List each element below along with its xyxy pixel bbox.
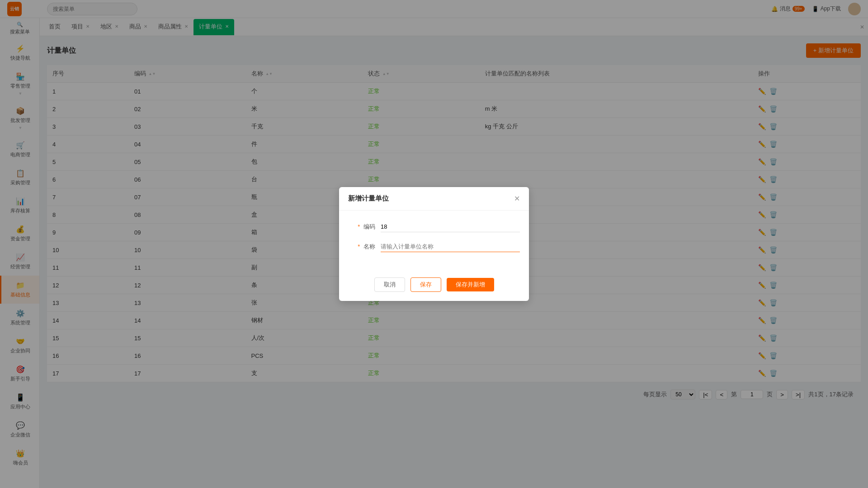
- cancel-button[interactable]: 取消: [374, 277, 405, 292]
- name-required-mark: *: [358, 243, 360, 250]
- modal-footer: 取消 保存 保存并新增: [339, 272, 529, 301]
- code-form-row: * 编码: [348, 221, 520, 232]
- modal-overlay[interactable]: 新增计量单位 ✕ * 编码 * 名称 取消 保存 保存并新增: [0, 0, 868, 488]
- name-label-container: * 名称: [348, 243, 375, 251]
- save-and-new-button[interactable]: 保存并新增: [447, 278, 494, 291]
- name-label: 名称: [363, 243, 375, 250]
- modal-close-button[interactable]: ✕: [514, 194, 520, 203]
- name-input[interactable]: [381, 241, 520, 252]
- code-label-container: * 编码: [348, 223, 375, 231]
- code-label: 编码: [363, 223, 375, 230]
- modal-body: * 编码 * 名称: [339, 211, 529, 272]
- name-form-row: * 名称: [348, 241, 520, 252]
- modal-title: 新增计量单位: [348, 194, 389, 203]
- code-required-mark: *: [358, 223, 360, 230]
- save-button[interactable]: 保存: [410, 277, 441, 292]
- modal-header: 新增计量单位 ✕: [339, 187, 529, 211]
- code-input[interactable]: [381, 221, 520, 232]
- modal: 新增计量单位 ✕ * 编码 * 名称 取消 保存 保存并新增: [339, 187, 529, 301]
